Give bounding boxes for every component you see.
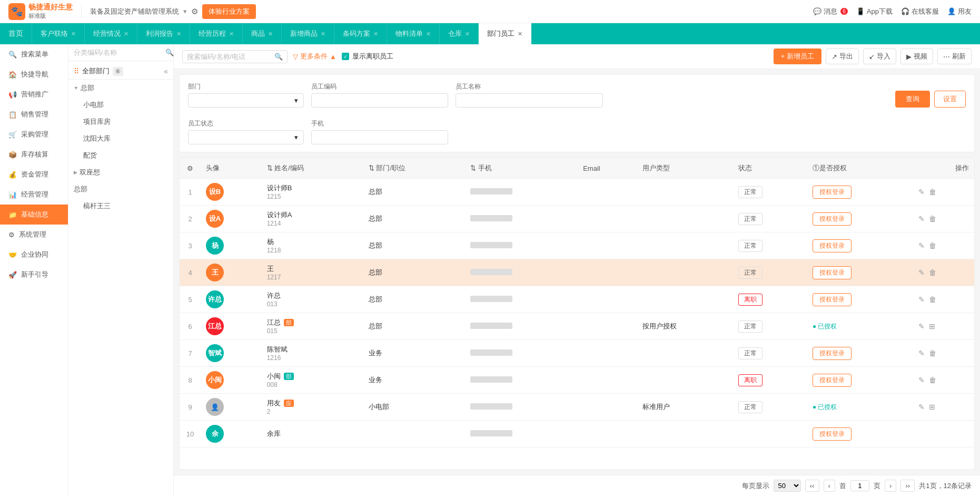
more-conditions-btn[interactable]: ▽ 更多条件 ▲ bbox=[293, 52, 336, 61]
filter-dept-select[interactable]: ▾ bbox=[188, 93, 304, 108]
trial-button[interactable]: 体验行业方案 bbox=[202, 4, 256, 19]
auth-button[interactable]: 授权登录 bbox=[813, 347, 852, 360]
close-icon[interactable]: ✕ bbox=[176, 31, 181, 37]
sidebar-item-nav[interactable]: 🏠 快捷导航 bbox=[0, 64, 68, 84]
message-btn[interactable]: 💬 消息 6 bbox=[813, 7, 848, 16]
edit-icon[interactable]: ✎ bbox=[918, 268, 925, 277]
tree-node-shenyang[interactable]: 沈阳大库 bbox=[68, 130, 173, 147]
tree-search-icon[interactable]: 🔍 bbox=[165, 48, 174, 56]
tab-goods[interactable]: 商品 ✕ bbox=[243, 23, 282, 44]
auth-button[interactable]: 授权登录 bbox=[813, 212, 852, 226]
edit-icon[interactable]: ✎ bbox=[918, 403, 925, 411]
auth-button[interactable]: 授权登录 bbox=[813, 186, 852, 199]
tab-new-goods[interactable]: 新增商品 ✕ bbox=[282, 23, 334, 44]
tab-barcode[interactable]: 条码方案 ✕ bbox=[334, 23, 387, 44]
tree-node-guwang[interactable]: 槁杆王三 bbox=[68, 198, 173, 215]
tree-node-shuangzuo[interactable]: ▶ 双座想 bbox=[68, 164, 173, 181]
edit-icon[interactable]: ✎ bbox=[918, 188, 925, 196]
edit-icon[interactable]: ✎ bbox=[918, 215, 925, 223]
close-icon[interactable]: ✕ bbox=[518, 31, 522, 37]
query-button[interactable]: 查询 bbox=[895, 91, 930, 108]
sidebar-item-purchase[interactable]: 🛒 采购管理 bbox=[0, 124, 68, 144]
filter-name-input[interactable] bbox=[456, 93, 603, 108]
sidebar-item-guide[interactable]: 🚀 新手引导 bbox=[0, 265, 68, 285]
auth-button[interactable]: 授权登录 bbox=[813, 374, 852, 387]
close-icon[interactable]: ✕ bbox=[321, 31, 325, 37]
close-icon[interactable]: ✕ bbox=[71, 31, 76, 37]
delete-icon[interactable]: 🗑 bbox=[929, 349, 936, 357]
sidebar-item-basic[interactable]: 📁 基础信息 bbox=[0, 205, 68, 225]
copy-icon[interactable]: ⊞ bbox=[929, 322, 935, 330]
delete-icon[interactable]: 🗑 bbox=[929, 188, 936, 196]
tab-history[interactable]: 经营历程 ✕ bbox=[190, 23, 243, 44]
tab-operation[interactable]: 经营情况 ✕ bbox=[85, 23, 137, 44]
col-gear[interactable]: ⚙ bbox=[180, 158, 201, 179]
per-page-select[interactable]: 50 20 100 bbox=[774, 480, 801, 492]
edit-icon[interactable]: ✎ bbox=[918, 295, 925, 304]
tree-node-xiaodibu[interactable]: 小电部 bbox=[68, 96, 173, 113]
sys-title-arrow[interactable]: ▾ bbox=[183, 7, 187, 15]
add-staff-button[interactable]: + 新增员工 bbox=[774, 48, 821, 64]
close-icon[interactable]: ✕ bbox=[426, 31, 431, 37]
delete-icon[interactable]: 🗑 bbox=[929, 268, 936, 277]
auth-button[interactable]: 授权登录 bbox=[813, 266, 852, 279]
sidebar-item-system[interactable]: ⚙ 系统管理 bbox=[0, 225, 68, 245]
delete-icon[interactable]: 🗑 bbox=[929, 241, 936, 250]
tree-collapse-btn[interactable]: « bbox=[164, 67, 168, 75]
reset-button[interactable]: 设置 bbox=[934, 91, 966, 108]
filter-phone-input[interactable] bbox=[311, 130, 448, 144]
export-button[interactable]: ↗ 导出 bbox=[826, 48, 859, 64]
app-download-btn[interactable]: 📱 App下载 bbox=[856, 7, 893, 16]
close-icon[interactable]: ✕ bbox=[229, 31, 234, 37]
auth-button[interactable]: 授权登录 bbox=[813, 293, 852, 306]
close-icon[interactable]: ✕ bbox=[124, 31, 128, 37]
tab-home[interactable]: 首页 bbox=[0, 23, 32, 44]
edit-icon[interactable]: ✎ bbox=[918, 349, 925, 357]
gear-btn[interactable]: ⚙ bbox=[191, 7, 198, 16]
filter-status-select[interactable]: ▾ bbox=[188, 130, 304, 144]
col-dept[interactable]: ⇅ 部门/职位 bbox=[363, 158, 465, 179]
tab-bom[interactable]: 物料清单 ✕ bbox=[387, 23, 440, 44]
video-button[interactable]: ▶ 视频 bbox=[900, 48, 933, 64]
sidebar-item-inventory[interactable]: 📦 库存核算 bbox=[0, 144, 68, 164]
tree-node-head[interactable]: ▼ 总部 bbox=[68, 80, 173, 96]
edit-icon[interactable]: ✎ bbox=[918, 376, 925, 384]
tree-node-zongbu[interactable]: 总部 bbox=[68, 181, 173, 198]
sidebar-item-marketing[interactable]: 📢 营销推广 bbox=[0, 84, 68, 104]
show-resign-toggle[interactable]: ✓ 显示离职员工 bbox=[342, 52, 393, 61]
sidebar-item-finance[interactable]: 💰 资金管理 bbox=[0, 164, 68, 184]
tab-warehouse[interactable]: 仓库 ✕ bbox=[440, 23, 479, 44]
delete-icon[interactable]: 🗑 bbox=[929, 376, 936, 384]
sidebar-item-search[interactable]: 🔍 搜索菜单 bbox=[0, 44, 68, 64]
close-icon[interactable]: ✕ bbox=[465, 31, 470, 37]
user-btn[interactable]: 👤 用友 bbox=[947, 7, 972, 16]
close-icon[interactable]: ✕ bbox=[268, 31, 273, 37]
tab-customer[interactable]: 客户联络 ✕ bbox=[32, 23, 85, 44]
page-input[interactable] bbox=[850, 480, 869, 491]
sidebar-item-manage[interactable]: 📊 经营管理 bbox=[0, 184, 68, 205]
tree-count-btn[interactable]: ⑥ bbox=[113, 67, 123, 76]
edit-icon[interactable]: ✎ bbox=[918, 322, 925, 330]
auth-button[interactable]: 授权登录 bbox=[813, 239, 852, 252]
sidebar-item-collab[interactable]: 🤝 企业协同 bbox=[0, 245, 68, 265]
tree-node-shipping[interactable]: 配货 bbox=[68, 147, 173, 164]
filter-code-input[interactable] bbox=[311, 93, 448, 108]
edit-icon[interactable]: ✎ bbox=[918, 241, 925, 250]
more-btn[interactable]: ⋯ 刷新 bbox=[937, 48, 972, 64]
service-btn[interactable]: 🎧 在线客服 bbox=[901, 7, 939, 16]
import-button[interactable]: ↙ 导入 bbox=[863, 48, 896, 64]
tree-node-project[interactable]: 项目库房 bbox=[68, 113, 173, 130]
next-page-btn[interactable]: › bbox=[885, 480, 896, 492]
col-name[interactable]: ⇅ 姓名/编码 bbox=[262, 158, 363, 179]
tab-profit[interactable]: 利润报告 ✕ bbox=[137, 23, 190, 44]
col-phone[interactable]: ⇅ 手机 bbox=[465, 158, 578, 179]
first-page-btn[interactable]: ‹‹ bbox=[805, 480, 819, 492]
last-page-btn[interactable]: ›› bbox=[900, 480, 915, 492]
tab-dept-staff[interactable]: 部门员工 ✕ bbox=[479, 23, 531, 44]
auth-button[interactable]: 授权登录 bbox=[813, 427, 852, 441]
search-input[interactable] bbox=[187, 53, 271, 61]
tree-search-input[interactable] bbox=[74, 48, 162, 56]
prev-page-btn[interactable]: ‹ bbox=[824, 480, 835, 492]
close-icon[interactable]: ✕ bbox=[373, 31, 378, 37]
copy-icon[interactable]: ⊞ bbox=[929, 403, 935, 411]
